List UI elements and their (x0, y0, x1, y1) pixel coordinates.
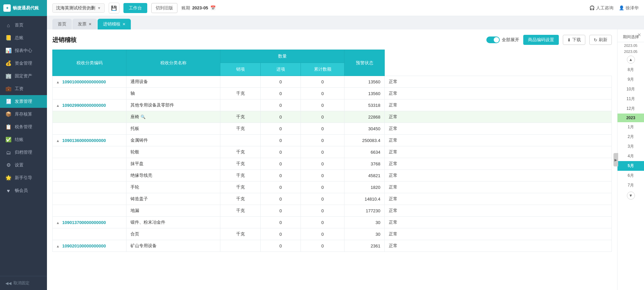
period-8[interactable]: 8月 (618, 65, 644, 75)
right-panel: ✕ ▶ 期间选择 2023.05 2023.05 ▲ 8月 9月 10月 11月… (617, 29, 644, 290)
expand-icon[interactable]: ▲ (56, 103, 60, 107)
col-total: 累计数额 (301, 63, 344, 76)
expand-icon[interactable]: ▲ (56, 139, 60, 143)
expand-icon[interactable]: ▲ (56, 244, 60, 248)
period-6[interactable]: 6月 (618, 171, 644, 180)
sidebar-item-invoice[interactable]: 🧾 发票管理 (0, 95, 47, 108)
cell-name: 其他专用设备及零部件 (126, 99, 220, 111)
tab-invoice[interactable]: 发票 ✕ (72, 19, 97, 29)
period-2[interactable]: 2月 (618, 132, 644, 142)
sidebar-item-reports[interactable]: 📊 报表中心 (0, 44, 47, 57)
company-selector[interactable]: 沈海英测试经营勿删 ▼ (52, 3, 105, 13)
table-row[interactable]: 绝缘导线壳 千克 0 0 45821 正常 (53, 170, 612, 182)
sidebar-item-home[interactable]: ⌂ 首页 (0, 19, 47, 31)
tab-home[interactable]: 首页 (52, 19, 72, 29)
sidebar-item-label: 总账 (15, 35, 23, 41)
cell-unit: 千克 (220, 158, 261, 170)
sidebar-item-payroll[interactable]: 💼 工资 (0, 82, 47, 95)
table-row[interactable]: ▲ 109020100000000000 矿山专用设备 0 0 2361 正常 (53, 240, 612, 252)
sidebar-item-inventory[interactable]: 📦 库存核算 (0, 108, 47, 121)
content-area: 进销稽核 全部展开 商品编码设置 ⬇ 下载 ↻ 刷 (47, 29, 644, 290)
save-button[interactable]: 💾 (109, 3, 119, 13)
cell-name: 座椅 🔍 (126, 111, 220, 123)
table-row[interactable]: ▲ 109013700000000000 锻件、粉末冶金件 0 0 30 正常 (53, 217, 612, 228)
cell-purchase: 0 (301, 240, 344, 252)
col-purchase: 进项 (261, 63, 301, 76)
expand-icon[interactable]: ▲ (56, 80, 60, 84)
close-panel-button[interactable]: ✕ (637, 32, 641, 38)
page-title-row: 进销稽核 全部展开 商品编码设置 ⬇ 下载 ↻ 刷 (52, 35, 612, 45)
expand-icon[interactable]: ▲ (56, 221, 60, 225)
cell-total: 13560 (344, 88, 385, 99)
table-row[interactable]: 托板 千克 0 0 30450 正常 (53, 123, 612, 135)
reports-icon: 📊 (5, 48, 11, 54)
cell-warning: 正常 (385, 99, 612, 111)
search-icon[interactable]: 🔍 (141, 115, 146, 119)
refresh-button[interactable]: ↻ 刷新 (589, 35, 612, 45)
table-row[interactable]: 轮毂 千克 0 0 6634 正常 (53, 146, 612, 158)
col-tax-name: 税收分类名称 (126, 50, 220, 76)
download-button[interactable]: ⬇ 下载 (563, 35, 585, 45)
scroll-up-button[interactable]: ▲ (627, 56, 635, 64)
tab-reconcile[interactable]: 进销稽核 ✕ (98, 19, 131, 29)
period-4[interactable]: 4月 (618, 151, 644, 161)
sidebar-item-ledger[interactable]: 📒 总账 (0, 31, 47, 44)
table-row[interactable]: ▲ 109029900000000000 其他专用设备及零部件 0 0 5331… (53, 99, 612, 111)
cell-purchase: 0 (301, 228, 344, 240)
product-code-button[interactable]: 商品编码设置 (523, 35, 559, 45)
sidebar-item-archive[interactable]: 🗂 归档管理 (0, 146, 47, 159)
col-warning: 预警状态 (344, 50, 385, 76)
sidebar-item-settle[interactable]: ✅ 结账 (0, 133, 47, 146)
tab-invoice-close[interactable]: ✕ (89, 22, 92, 26)
main-area: 沈海英测试经营勿删 ▼ 💾 工作台 切到旧版 账期 2023-05 📅 🎧 人工… (47, 0, 644, 290)
cell-name: 金属铸件 (126, 135, 220, 146)
user-menu[interactable]: 👤 徐泽华 (619, 5, 639, 11)
period-year-2023[interactable]: 2023 (618, 114, 644, 122)
period-5[interactable]: 5月 (618, 161, 644, 171)
period-1[interactable]: 1月 (618, 122, 644, 132)
tab-home-label: 首页 (58, 21, 66, 27)
cell-purchase: 0 (301, 135, 344, 146)
refresh-icon: ↻ (594, 38, 597, 43)
expand-toggle[interactable]: 全部展开 (486, 37, 519, 43)
tab-reconcile-close[interactable]: ✕ (122, 22, 125, 26)
period-11[interactable]: 11月 (618, 94, 644, 104)
table-row[interactable]: 合页 千克 0 0 30 正常 (53, 228, 612, 240)
table-row[interactable]: 轴 千克 0 0 13560 正常 (53, 88, 612, 99)
period-12[interactable]: 12月 (618, 104, 644, 114)
service-button[interactable]: 🎧 人工咨询 (589, 5, 613, 11)
table-row[interactable]: 手轮 千克 0 0 1820 正常 (53, 182, 612, 193)
sidebar-item-funds[interactable]: 💰 资金管理 (0, 57, 47, 70)
table-row[interactable]: ▲ 109013600000000000 金属铸件 0 0 250083.4 正… (53, 135, 612, 146)
sidebar-item-member[interactable]: ♥ 畅会员 (0, 184, 47, 197)
period-label: 账期 2023-05 📅 (181, 5, 216, 11)
cell-warning: 正常 (385, 76, 612, 88)
sidebar-item-tax[interactable]: 📋 税务管理 (0, 121, 47, 133)
cell-code (53, 158, 126, 170)
sidebar-item-settings[interactable]: ⚙ 设置 (0, 159, 47, 171)
table-row[interactable]: ▲ 109010000000000000 通用设备 0 0 13560 正常 (53, 76, 612, 88)
period-9[interactable]: 9月 (618, 75, 644, 84)
scroll-down-button[interactable]: ▼ (627, 192, 635, 200)
sidebar-item-guide[interactable]: 🌟 新手引导 (0, 171, 47, 184)
period-3[interactable]: 3月 (618, 142, 644, 151)
table-row[interactable]: 座椅 🔍 千克 0 0 22868 正常 (53, 111, 612, 123)
workspace-button[interactable]: 工作台 (123, 3, 147, 13)
app-logo: ✦ 畅捷通易代账 (0, 0, 47, 16)
calendar-icon[interactable]: 📅 (210, 5, 216, 10)
panel-toggle[interactable]: ▶ (613, 153, 618, 166)
sidebar-item-fixed-assets[interactable]: 🏢 固定资产 (0, 70, 47, 82)
cancel-fixed-button[interactable]: ◀◀ 取消固定 (0, 276, 47, 290)
table-row[interactable]: 地漏 千克 0 0 177230 正常 (53, 205, 612, 217)
period-10[interactable]: 10月 (618, 84, 644, 94)
cell-name: 通用设备 (126, 76, 220, 88)
table-row[interactable]: 抹平盘 千克 0 0 3768 正常 (53, 158, 612, 170)
toggle-track[interactable] (486, 37, 500, 43)
switch-version-button[interactable]: 切到旧版 (151, 3, 177, 13)
toolbar-right: 全部展开 商品编码设置 ⬇ 下载 ↻ 刷新 (486, 35, 612, 45)
table-row[interactable]: 铸造盖子 千克 0 0 14810.4 正常 (53, 193, 612, 205)
group-code: 109013700000000000 (62, 220, 106, 225)
sidebar-item-label: 畅会员 (15, 188, 28, 194)
cell-warning: 正常 (385, 146, 612, 158)
period-7[interactable]: 7月 (618, 180, 644, 190)
